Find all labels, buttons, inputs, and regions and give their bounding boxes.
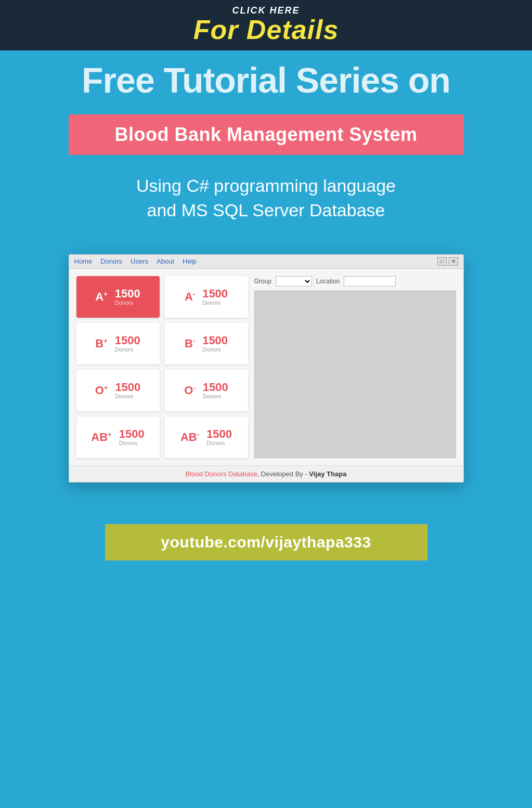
blood-card-aplus[interactable]: A+ 1500 Donors (76, 276, 160, 318)
minimize-button[interactable]: □ (437, 257, 447, 266)
blood-count-bplus: 1500 (115, 335, 140, 346)
blood-count-aplus: 1500 (115, 288, 140, 299)
blood-label-aminus: Donors (202, 299, 220, 306)
right-panel: Group Location (254, 276, 456, 458)
footer-part1: Blood Donors Database (186, 470, 257, 478)
youtube-url: youtube.com/vijaythapa333 (161, 533, 371, 551)
blood-label-abplus: Donors (119, 440, 137, 446)
blood-type-bplus: B+ (95, 337, 107, 350)
blood-bank-box: Blood Bank Management System (69, 114, 464, 155)
app-window: Home Donors Users About Help □ ✕ A+ 1500 (69, 254, 464, 483)
window-menubar: Home Donors Users About Help □ ✕ (69, 255, 463, 269)
blood-card-oplus[interactable]: O+ 1500 Donors (76, 370, 160, 411)
menu-about[interactable]: About (157, 257, 174, 265)
blood-card-bminus[interactable]: B- 1500 Donors (165, 323, 248, 364)
blood-card-abminus[interactable]: AB- 1500 Donors (165, 416, 248, 458)
window-body: A+ 1500 Donors A- 1500 Donors B+ (69, 269, 463, 465)
menu-help[interactable]: Help (183, 257, 197, 265)
data-area (254, 291, 456, 458)
window-footer: Blood Donors Database, Developed By - Vi… (69, 465, 463, 482)
blood-count-abminus: 1500 (206, 428, 232, 440)
blood-card-aminus[interactable]: A- 1500 Donors (165, 276, 248, 318)
blood-group-grid: A+ 1500 Donors A- 1500 Donors B+ (76, 276, 248, 458)
window-controls: □ ✕ (437, 257, 458, 266)
filter-row: Group Location (254, 276, 456, 286)
group-label: Group (254, 278, 271, 285)
youtube-banner[interactable]: youtube.com/vijaythapa333 (105, 524, 427, 561)
blood-type-aplus: A+ (95, 290, 107, 304)
menu-users[interactable]: Users (131, 257, 148, 265)
blood-count-ominus: 1500 (203, 382, 228, 393)
app-window-wrapper: Home Donors Users About Help □ ✕ A+ 1500 (69, 254, 464, 483)
menu-items: Home Donors Users About Help (74, 257, 197, 265)
blood-label-aplus: Donors (115, 299, 133, 306)
top-banner[interactable]: CLICK HERE For Details (0, 0, 532, 50)
menu-donors[interactable]: Donors (100, 257, 122, 265)
blood-count-abplus: 1500 (119, 428, 145, 440)
blood-label-bminus: Donors (202, 346, 220, 353)
blood-label-oplus: Donors (115, 393, 133, 399)
for-details-text: For Details (0, 16, 532, 43)
location-input[interactable] (344, 276, 396, 286)
blood-count-oplus: 1500 (115, 382, 140, 393)
blood-bank-title: Blood Bank Management System (114, 124, 417, 145)
free-tutorial-heading: Free Tutorial Series on (0, 50, 532, 100)
blood-label-ominus: Donors (203, 393, 221, 399)
blood-count-aminus: 1500 (202, 288, 228, 299)
blood-label-bplus: Donors (115, 346, 133, 353)
close-button[interactable]: ✕ (449, 257, 458, 266)
group-select[interactable] (276, 276, 312, 286)
blood-type-abplus: AB+ (91, 431, 111, 444)
subtitle-line1: Using C# programming language (136, 176, 396, 196)
menu-home[interactable]: Home (74, 257, 93, 265)
subtitle: Using C# programming language and MS SQL… (0, 155, 532, 223)
blood-card-abplus[interactable]: AB+ 1500 Donors (76, 416, 160, 458)
blood-label-abminus: Donors (206, 440, 225, 446)
footer-part2: , Developed By - (257, 470, 309, 478)
blood-card-bplus[interactable]: B+ 1500 Donors (76, 323, 160, 364)
subtitle-line2: and MS SQL Server Database (147, 200, 385, 220)
blood-card-ominus[interactable]: O- 1500 Donors (165, 370, 248, 411)
blood-type-abminus: AB- (180, 431, 199, 444)
blood-type-oplus: O+ (95, 384, 108, 397)
blood-type-bminus: B- (185, 337, 195, 350)
blood-count-bminus: 1500 (202, 335, 228, 346)
footer-part3: Vijay Thapa (309, 470, 346, 478)
location-label: Location (316, 278, 340, 285)
blood-type-aminus: A- (185, 290, 195, 304)
blood-type-ominus: O- (184, 384, 195, 397)
